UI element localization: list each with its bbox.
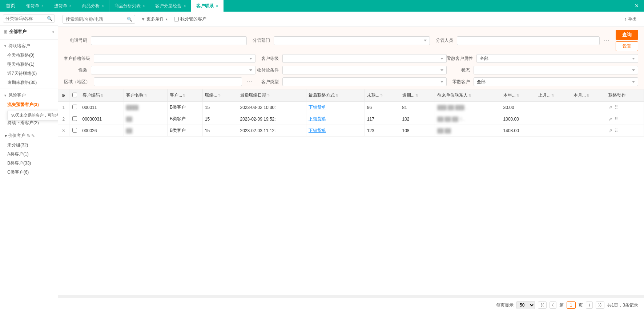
row-checkbox-2[interactable] (72, 128, 77, 133)
select-all-checkbox[interactable] (72, 93, 77, 97)
filter-scatter-attr-select[interactable]: 全部 (476, 54, 638, 63)
action-link-icon-0[interactable]: ⇗ (608, 105, 612, 110)
sidebar-item-ungrouped[interactable]: 未分组(32) (0, 141, 58, 150)
edit-icon[interactable]: ✎ (31, 133, 35, 138)
export-button[interactable]: ↑ 导出 (621, 15, 640, 24)
cell-uncontacted-1: 117 (365, 113, 400, 125)
th-checkbox[interactable] (69, 89, 80, 102)
action-menu-icon-0[interactable]: ⠿ (615, 105, 618, 110)
page-size-select[interactable]: 10 20 50 100 (516, 301, 535, 309)
filter-person-dots[interactable]: ··· (601, 37, 613, 44)
query-button[interactable]: 查询 (616, 30, 638, 40)
more-filter-button[interactable]: ▼ 更多条件 ▲ (138, 15, 171, 24)
first-page-button[interactable]: ⟨⟨ (538, 301, 547, 309)
sort-icon-date[interactable]: ⇅ (267, 94, 270, 97)
close-tab-customer-tier[interactable]: × (184, 4, 186, 8)
cell-checkbox-0[interactable] (69, 102, 80, 113)
filter-nature-select[interactable] (91, 66, 255, 74)
tab-customer-contact[interactable]: 客户联系 × (191, 0, 224, 12)
cell-checkbox-2[interactable] (69, 125, 80, 137)
refresh-icon[interactable]: ↻ (27, 133, 31, 138)
sidebar-item-tomorrow-pending[interactable]: 明天待联络(1) (0, 60, 58, 69)
close-tab-product-analysis[interactable]: × (102, 4, 104, 8)
method-link-2[interactable]: 下销货单 (309, 128, 326, 133)
sort-icon-name[interactable]: ⇅ (144, 94, 147, 97)
sidebar-item-churn-warning[interactable]: 流失预警客户(3) (0, 100, 58, 109)
cell-action-1[interactable]: ⇗ ⠿ (606, 113, 644, 125)
sort-icon-unit[interactable]: ⇅ (468, 94, 471, 97)
sort-icon-year[interactable]: ⇅ (516, 94, 519, 97)
tab-product-analysis-list[interactable]: 商品分析列表 × (109, 0, 150, 12)
close-tab-customer-contact[interactable]: × (216, 4, 218, 8)
last-page-button[interactable]: ⟩⟩ (596, 301, 604, 309)
filter-status-select[interactable] (474, 66, 638, 74)
action-menu-icon-1[interactable]: ⠿ (615, 116, 618, 122)
sidebar-item-b-class[interactable]: B类客户(33) (0, 159, 58, 168)
close-tab-sales-order[interactable]: × (41, 4, 44, 8)
filter-scatter-customer-select[interactable]: 全部 (474, 77, 638, 86)
filter-price-tier-select[interactable] (94, 54, 255, 63)
chevron-up-icon: ▲ (165, 17, 168, 21)
action-link-icon-1[interactable]: ⇗ (608, 116, 612, 122)
cell-contact-0: 15 (202, 102, 238, 113)
next-page-button[interactable]: ⟩ (586, 301, 593, 309)
sort-icon-this-month[interactable]: ⇅ (587, 94, 589, 97)
sort-icon-method[interactable]: ⇅ (335, 94, 338, 97)
sidebar-item-a-class[interactable]: A类客户(1) (0, 150, 58, 159)
filter-phone-input[interactable] (91, 36, 247, 45)
filter-region-input[interactable] (94, 77, 242, 86)
search-input[interactable] (63, 15, 135, 24)
sidebar-item-overdue-pending[interactable]: 逾期未联络(30) (0, 78, 58, 87)
tab-purchase-order[interactable]: 进货单 × (49, 0, 77, 12)
horizontal-scrollbar[interactable] (58, 295, 644, 298)
sidebar-item-today-pending[interactable]: 今天待联络(0) (0, 51, 58, 60)
cell-method-0[interactable]: 下销货单 (306, 102, 365, 113)
sort-icon-contact[interactable]: ⇅ (218, 94, 221, 97)
th-settings[interactable]: ⚙ (58, 89, 69, 102)
sidebar-group-risk[interactable]: ▼ 风险客户 (0, 90, 58, 100)
prev-page-button[interactable]: ⟨ (550, 301, 556, 309)
cell-method-1[interactable]: 下销货单 (306, 113, 365, 125)
sidebar-group-pending[interactable]: ▼ 待联络客户 (0, 41, 58, 51)
filter-region-dots[interactable]: ··· (243, 78, 255, 85)
cell-type-0: B类客户 (168, 102, 203, 113)
filter-dept-select[interactable] (274, 36, 430, 45)
settings-button[interactable]: 设置 (616, 41, 638, 51)
filter-person-input[interactable] (457, 36, 600, 45)
filter-scatter-attr-label: 零散客户属性 (447, 56, 475, 62)
my-customers-checkbox-label[interactable]: 我分管的客户 (174, 16, 206, 22)
window-close-button[interactable]: ✕ (629, 3, 644, 9)
cell-action-0[interactable]: ⇗ ⠿ (606, 102, 644, 113)
sort-icon-code[interactable]: ⇅ (101, 94, 104, 97)
tab-product-analysis[interactable]: 商品分析 × (77, 0, 109, 12)
close-tab-purchase-order[interactable]: × (69, 4, 72, 8)
sidebar-all-customers[interactable]: ⊞ 全部客户 « (0, 26, 58, 38)
sidebar: 🔍 ⊞ 全部客户 « ▼ 待联络客户 今天待联络(0) 明天待联络(1) 近7天… (0, 12, 58, 312)
method-link-1[interactable]: 下销货单 (309, 116, 326, 121)
filter-customer-type-select[interactable] (282, 77, 447, 86)
sort-icon-overdue[interactable]: ⇅ (415, 94, 418, 97)
cell-checkbox-1[interactable] (69, 113, 80, 125)
sidebar-collapse-btn[interactable]: « (52, 30, 54, 34)
filter-scatter-attr: 零散客户属性 全部 (447, 54, 638, 63)
sidebar-item-7days-pending[interactable]: 近7天待联络(0) (0, 69, 58, 78)
sidebar-group-value[interactable]: ▼ 价值客户 ↻ ✎ (0, 131, 58, 141)
sidebar-item-c-class[interactable]: C类客户(6) (0, 168, 58, 177)
action-menu-icon-2[interactable]: ⠿ (615, 128, 618, 133)
tab-sales-order[interactable]: 销货单 × (21, 0, 49, 12)
sort-icon-last-month[interactable]: ⇅ (551, 94, 554, 97)
tab-home[interactable]: 首页 (0, 3, 21, 9)
cell-action-2[interactable]: ⇗ ⠿ (606, 125, 644, 137)
tab-customer-tier[interactable]: 客户分层经营 × (150, 0, 191, 12)
filter-payment-select[interactable] (282, 66, 447, 74)
cell-method-2[interactable]: 下销货单 (306, 125, 365, 137)
row-checkbox-0[interactable] (72, 105, 77, 109)
row-checkbox-1[interactable] (72, 116, 77, 121)
filter-customer-tier-select[interactable] (282, 54, 447, 63)
method-link-0[interactable]: 下销货单 (309, 105, 326, 110)
sort-icon-type[interactable]: ⇅ (183, 94, 186, 97)
sort-icon-uncontacted[interactable]: ⇅ (380, 94, 383, 97)
close-tab-product-analysis-list[interactable]: × (143, 4, 145, 8)
my-customers-checkbox[interactable] (174, 17, 179, 21)
action-link-icon-2[interactable]: ⇗ (608, 128, 612, 133)
